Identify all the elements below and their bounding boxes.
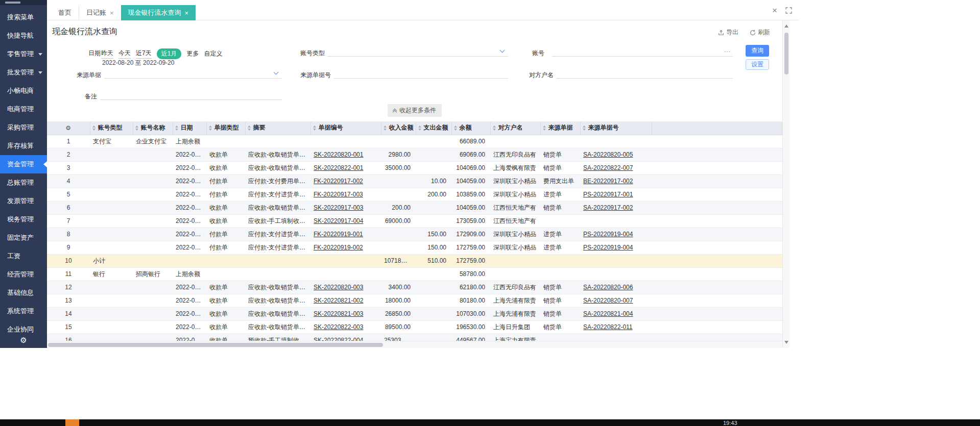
fullscreen-icon[interactable] [785, 7, 792, 14]
sort-icon[interactable] [543, 126, 546, 131]
sort-icon[interactable] [583, 126, 586, 131]
sort-icon[interactable] [248, 126, 251, 131]
sidebar-item-3[interactable]: 零售管理 [0, 45, 47, 63]
date-range-value[interactable]: 2022-08-20 至 2022-09-20 [102, 59, 174, 67]
column-header[interactable]: 余额 [451, 121, 490, 135]
query-button[interactable]: 查询 [746, 45, 769, 57]
tab-2[interactable]: 日记账× [79, 5, 121, 20]
column-header[interactable]: 来源单据 [540, 121, 580, 135]
document-link[interactable]: FK-20220919-002 [314, 244, 363, 251]
document-link[interactable]: SK-20220820-001 [314, 151, 363, 158]
close-tab-icon[interactable]: × [110, 10, 114, 16]
table-row[interactable]: 1支付宝企业支付宝上期余额66089.00 [47, 135, 782, 148]
column-header[interactable]: 来源单据号 [580, 121, 652, 135]
settings-button[interactable]: 设置 [746, 59, 769, 70]
document-link[interactable]: SA-20220821-004 [583, 310, 633, 317]
column-header[interactable]: 账号名称 [133, 121, 173, 135]
scroll-up-arrow[interactable] [784, 24, 788, 28]
table-row[interactable]: 152022-08-22收款单应收款-收取销货单SA-20SK-20220822… [47, 320, 782, 334]
date-quick-button-3[interactable]: 近7天 [136, 49, 152, 59]
table-row[interactable]: 62022-09-17收款单应收款-收取销货单SA-20SK-20220917-… [47, 201, 782, 214]
refresh-button[interactable]: 刷新 [750, 28, 770, 37]
table-row[interactable]: 132022-08-21收款单应收款-收取销货单SA-20SK-20220821… [47, 294, 782, 307]
date-quick-button-5[interactable]: 更多 [186, 49, 199, 58]
remark-input[interactable] [100, 89, 282, 100]
table-row[interactable]: 11银行招商银行上期余额58780.00 [47, 267, 782, 281]
sort-icon[interactable] [493, 126, 496, 131]
sort-icon[interactable] [313, 126, 316, 131]
table-row[interactable]: 52022-09-17付款单应付款-支付进货单PS-20.FK-20220917… [47, 188, 782, 201]
sort-icon[interactable] [454, 126, 457, 131]
document-link[interactable]: SK-20220822-001 [314, 164, 363, 171]
counterparty-input[interactable] [557, 67, 733, 79]
close-window-icon[interactable]: × [772, 6, 777, 15]
sidebar-item-12[interactable]: 税务管理 [0, 210, 47, 229]
table-row[interactable]: 22022-08-20收款单应收款-收取销货单SA-20SK-20220820-… [47, 148, 782, 161]
document-link[interactable]: SA-20220820-006 [583, 284, 633, 291]
date-quick-button-4[interactable]: 近1月 [157, 48, 182, 59]
sort-icon[interactable] [92, 126, 95, 131]
horizontal-scroll-thumb[interactable] [48, 343, 383, 347]
document-link[interactable]: SK-20220821-002 [314, 297, 363, 304]
column-header[interactable]: 收入金额 [381, 121, 416, 135]
document-link[interactable]: SK-20220917-003 [314, 204, 363, 211]
sidebar-item-6[interactable]: 电商管理 [0, 100, 47, 118]
tab-1[interactable]: 首页 [51, 5, 79, 20]
date-quick-button-1[interactable]: 昨天 [101, 49, 113, 59]
account-type-select[interactable] [328, 45, 508, 57]
table-row[interactable]: 162022-08-22收款单预收款-手工填制收款单SHSK-20220822-… [47, 334, 782, 341]
document-link[interactable]: PS-20220919-004 [583, 231, 633, 238]
sort-icon[interactable] [175, 126, 178, 131]
column-header[interactable]: 对方户名 [490, 121, 540, 135]
sidebar-item-8[interactable]: 库存核算 [0, 137, 47, 155]
document-link[interactable]: SA-20220917-002 [583, 204, 633, 211]
sort-icon[interactable] [135, 126, 138, 131]
document-link[interactable]: FK-20220917-002 [314, 178, 363, 185]
table-row-subtotal[interactable]: 10小计107180.00510.00172759.00 [47, 254, 782, 267]
scroll-down-arrow[interactable] [784, 341, 788, 344]
column-header[interactable]: 摘要 [245, 121, 310, 135]
sidebar-item-17[interactable]: 系统管理 [0, 302, 47, 320]
document-link[interactable]: SA-20220822-007 [583, 164, 633, 171]
source-doc-select[interactable] [104, 67, 282, 79]
sidebar-item-13[interactable]: 固定资产 [0, 229, 47, 247]
document-link[interactable]: FK-20220917-003 [314, 191, 363, 198]
document-link[interactable]: FK-20220919-001 [314, 231, 363, 238]
sidebar-item-5[interactable]: 小畅电商 [0, 82, 47, 100]
date-quick-button-2[interactable]: 今天 [118, 49, 131, 59]
date-quick-button-6[interactable]: 自定义 [204, 49, 222, 58]
column-header[interactable]: 支出金额 [416, 121, 451, 135]
table-row[interactable]: 32022-08-22收款单应收款-收取销货单SA-20SK-20220822-… [47, 161, 782, 174]
document-link[interactable]: SA-20220820-007 [583, 297, 633, 304]
sidebar-item-14[interactable]: 工资 [0, 247, 47, 265]
chevron-down-icon[interactable] [274, 70, 279, 75]
document-link[interactable]: PS-20220917-001 [583, 191, 633, 198]
taskbar-app-icon[interactable] [65, 419, 79, 426]
sidebar-settings-gear-icon[interactable]: ⚙ [0, 336, 47, 345]
table-row[interactable]: 42022-09-17付款单应付款-支付费用单BE-20.FK-20220917… [47, 174, 782, 188]
account-input[interactable]: ... [553, 45, 733, 57]
column-header[interactable]: 账号类型 [90, 121, 133, 135]
sort-icon[interactable] [384, 126, 387, 131]
document-link[interactable]: SA-20220820-005 [583, 151, 633, 158]
column-header[interactable]: 单据类型 [206, 121, 245, 135]
sidebar-item-15[interactable]: 经营管理 [0, 265, 47, 284]
sidebar-item-4[interactable]: 批发管理 [0, 63, 47, 82]
table-row[interactable]: 92022-09-19付款单应付款-支付进货单PS-20.FK-20220919… [47, 241, 782, 254]
sidebar-item-7[interactable]: 采购管理 [0, 118, 47, 137]
sidebar-item-11[interactable]: 发票管理 [0, 192, 47, 210]
document-link[interactable]: SK-20220822-004 [314, 337, 363, 341]
table-row[interactable]: 122022-08-20收款单应收款-收取销货单SA-20SK-20220820… [47, 281, 782, 294]
chevron-down-icon[interactable] [500, 48, 505, 53]
document-link[interactable]: BE-20220917-002 [583, 178, 633, 185]
table-row[interactable]: 82022-09-19付款单应付款-支付进货单PS-20.FK-20220919… [47, 228, 782, 241]
sidebar-item-16[interactable]: 基础信息 [0, 284, 47, 302]
document-link[interactable]: SK-20220822-003 [314, 323, 363, 331]
close-tab-icon[interactable]: × [185, 10, 189, 16]
sort-icon[interactable] [209, 126, 212, 131]
table-row[interactable]: 142022-08-21收款单应收款-收取销货单SA-20SK-20220821… [47, 307, 782, 320]
vertical-scroll-thumb[interactable] [784, 33, 788, 74]
tab-3[interactable]: 现金银行流水查询× [121, 5, 196, 20]
account-browse-button[interactable]: ... [724, 46, 731, 54]
document-link[interactable]: SA-20220822-011 [583, 323, 633, 331]
